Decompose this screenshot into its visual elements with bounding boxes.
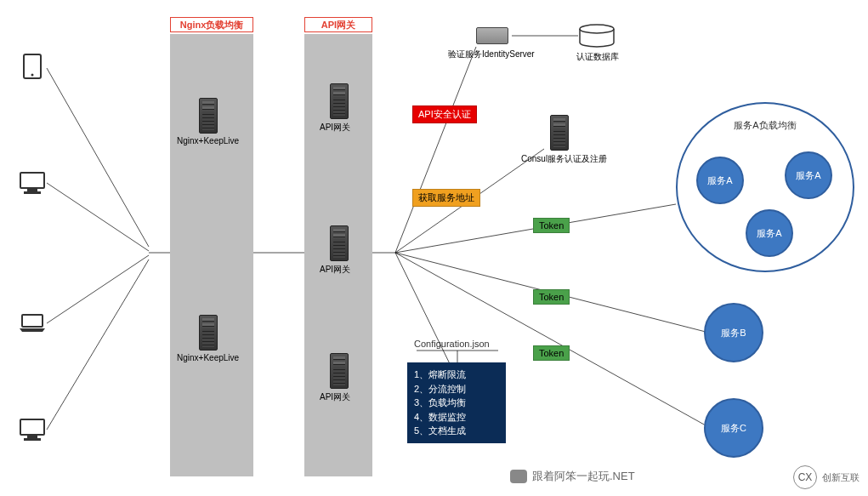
- client-desktop-1: [17, 168, 48, 198]
- nginx-server-2: [199, 315, 218, 351]
- svg-point-26: [580, 25, 614, 33]
- client-tablet: [17, 51, 48, 82]
- service-a-node-2: 服务A: [785, 151, 832, 199]
- identity-server: [476, 27, 508, 44]
- api-server-1: [330, 83, 349, 119]
- config-line: 5、文档生成: [414, 424, 499, 438]
- svg-rect-25: [24, 438, 41, 441]
- nginx-server-2-label: Nginx+KeepLive: [177, 353, 239, 362]
- api-server-3-label: API网关: [320, 391, 350, 403]
- watermark-center: 跟着阿笨一起玩.NET: [510, 469, 635, 484]
- nginx-server-1: [199, 98, 218, 134]
- api-column-header: API网关: [304, 19, 372, 31]
- service-a-node-3: 服务A: [746, 209, 793, 257]
- svg-rect-21: [24, 191, 41, 194]
- service-b: 服务B: [704, 303, 763, 362]
- svg-rect-23: [20, 419, 44, 435]
- svg-rect-24: [27, 435, 37, 438]
- client-desktop-2: [17, 414, 48, 445]
- service-a-group-title: 服务A负载均衡: [678, 119, 853, 132]
- config-line: 3、负载均衡: [414, 396, 499, 410]
- api-server-2-label: API网关: [320, 264, 350, 276]
- tag-token-3: Token: [533, 345, 570, 361]
- svg-rect-19: [20, 173, 44, 188]
- svg-line-0: [47, 68, 149, 247]
- config-line: 4、数据监控: [414, 410, 499, 425]
- nginx-column-header: Nginx负载均衡: [170, 19, 253, 31]
- api-server-1-label: API网关: [320, 122, 350, 134]
- tag-api-security: API安全认证: [412, 105, 477, 123]
- wechat-icon: [510, 470, 527, 483]
- auth-database: [578, 24, 616, 48]
- api-server-3: [330, 353, 349, 389]
- svg-line-8: [395, 47, 476, 253]
- config-file-box: 1、熔断限流 2、分流控制 3、负载均衡 4、数据监控 5、文档生成: [407, 362, 506, 443]
- svg-line-3: [47, 259, 149, 430]
- service-a-node-1: 服务A: [696, 157, 744, 204]
- tag-get-service-addr: 获取服务地址: [412, 189, 480, 207]
- consul-server-label: Consul服务认证及注册: [521, 153, 607, 165]
- service-a-group: 服务A负载均衡 服务A 服务A 服务A: [676, 102, 854, 272]
- svg-point-18: [31, 74, 34, 77]
- config-line: 1、熔断限流: [414, 368, 499, 382]
- svg-line-1: [47, 183, 149, 251]
- config-file-title: Configuration.json: [414, 339, 490, 349]
- consul-server: [550, 115, 569, 151]
- client-laptop: [17, 308, 48, 339]
- identity-server-label: 验证服务IdentityServer: [448, 48, 535, 60]
- service-c: 服务C: [704, 398, 763, 458]
- auth-database-label: 认证数据库: [576, 51, 619, 63]
- svg-rect-22: [22, 315, 43, 327]
- tag-token-1: Token: [533, 218, 570, 233]
- watermark-right: CX 创新互联: [793, 465, 859, 489]
- brand-logo-icon: CX: [793, 465, 817, 489]
- nginx-server-1-label: Nginx+KeepLive: [177, 136, 239, 145]
- config-line: 2、分流控制: [414, 382, 499, 396]
- tag-token-2: Token: [533, 289, 570, 305]
- svg-rect-20: [27, 188, 37, 191]
- svg-line-2: [47, 255, 149, 323]
- api-server-2: [330, 225, 349, 261]
